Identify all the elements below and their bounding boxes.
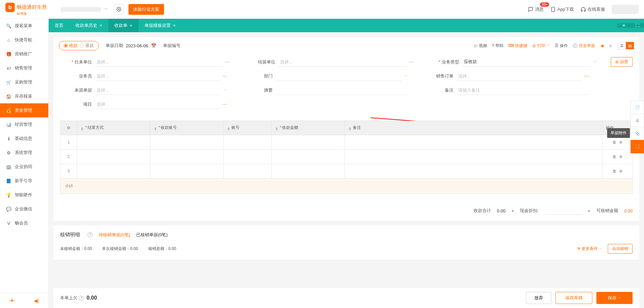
sidebar-item-gift[interactable]: 🎁营销推广 xyxy=(0,47,48,61)
tab-3[interactable]: 单据模板设置✕ xyxy=(139,19,182,32)
video-link[interactable]: ▷视频 xyxy=(475,43,487,49)
sidebar-item-wechat[interactable]: 💬企业微信 xyxy=(0,202,48,216)
sidebar-item-tag[interactable]: 🏷销售管理 xyxy=(0,61,48,75)
sidebar-item-sys[interactable]: ⚙系统管理 xyxy=(0,146,48,160)
tab-close-button[interactable]: ✕ xyxy=(617,23,631,28)
sidebar-item-house[interactable]: 🏠库存核算 xyxy=(0,89,48,103)
sidebar-item-vip[interactable]: V畅会员 xyxy=(0,216,48,230)
history-link[interactable]: 🕘历史单据 xyxy=(573,43,595,49)
add-row-button[interactable]: ⊕ xyxy=(619,169,623,173)
more-icon[interactable]: ⋯ xyxy=(222,73,227,79)
verifiable-label: 可核销金额 xyxy=(596,208,618,214)
messages-link[interactable]: 消息 xyxy=(528,6,544,12)
more-conditions-link[interactable]: ⧩ 更多条件 ﹀ xyxy=(577,246,602,252)
save-button[interactable]: 保存 ﹀ xyxy=(596,292,633,304)
chevron-down-icon[interactable]: ﹀ xyxy=(593,59,597,65)
sidebar-item-cart[interactable]: 🛒采购管理 xyxy=(0,75,48,89)
help-icon[interactable]: ? xyxy=(88,232,93,237)
project-input[interactable] xyxy=(95,100,220,109)
save-draft-button[interactable]: 保存草稿 xyxy=(555,292,592,304)
close-icon[interactable]: ✕ xyxy=(99,23,102,28)
float-expand-button[interactable]: ⛶ xyxy=(631,140,644,153)
sidebar-item-label: 智能硬件 xyxy=(15,192,32,198)
settle-unit-input[interactable] xyxy=(279,57,407,67)
col-settle[interactable]: ▲▼*结算方式 xyxy=(77,121,150,135)
summary-input[interactable] xyxy=(276,86,408,95)
sidebar-item-info[interactable]: ℹ基础信息 xyxy=(0,132,48,146)
view-detail-button[interactable]: ▤ xyxy=(626,42,634,49)
calendar-icon[interactable]: 📅 xyxy=(151,43,156,48)
partner-input[interactable] xyxy=(95,57,223,67)
float-note-button[interactable]: 📄 xyxy=(631,101,644,114)
float-attachment-button[interactable]: 📎 xyxy=(631,127,644,140)
col-gear[interactable]: ⚙ xyxy=(60,121,77,135)
tab-2[interactable]: 收款单✕ xyxy=(108,19,139,32)
remark-input[interactable] xyxy=(457,86,589,95)
sidebar-settings-button[interactable] xyxy=(0,293,24,308)
tab-0[interactable]: 首页 xyxy=(49,19,69,32)
add-row-button[interactable]: ⊕ xyxy=(619,140,623,145)
org-selector[interactable]: ﹀ xyxy=(61,6,108,12)
more-icon[interactable]: ⋯ xyxy=(409,59,414,65)
sidebar-item-search[interactable]: 🔍搜索菜单 xyxy=(0,19,48,33)
sidebar-item-report[interactable]: 📊经营管理 xyxy=(0,117,48,132)
sidebar-collapse-button[interactable]: ◀| xyxy=(24,293,48,308)
delete-row-button[interactable]: 🗑 xyxy=(612,140,616,145)
delete-row-button[interactable]: 🗑 xyxy=(612,169,616,173)
form-settings-button[interactable]: ⚙设置 xyxy=(611,57,633,67)
logo-subtitle: 标准版 xyxy=(17,11,54,16)
sidebar-item-wallet[interactable]: 💰资金管理 xyxy=(0,103,48,117)
tab-1[interactable]: 收款单历史✕ xyxy=(69,19,108,32)
col-account[interactable]: ▲▼*收款账号 xyxy=(150,121,223,135)
discard-button[interactable]: 放弃 xyxy=(526,292,551,304)
sidebar-item-guide[interactable]: 📘新手引导 xyxy=(0,174,48,188)
chevron-down-icon[interactable]: ﹀ xyxy=(404,73,408,79)
nav-prev-button[interactable]: ◀ xyxy=(600,43,604,48)
biztype-input[interactable] xyxy=(463,57,591,67)
support-link[interactable]: 在线客服 xyxy=(581,6,605,12)
user-avatar[interactable] xyxy=(612,5,639,14)
source-input[interactable] xyxy=(95,86,221,95)
table-row[interactable]: 1🗑⊕ xyxy=(60,135,633,150)
app-download-link[interactable]: App下载 xyxy=(550,6,574,12)
float-print-button[interactable]: 🖨 xyxy=(631,114,644,127)
view-list-button[interactable]: ☰ xyxy=(618,42,626,49)
col-remark[interactable]: ▲▼备注 xyxy=(345,121,602,135)
more-icon[interactable]: ⋯ xyxy=(584,73,589,79)
table-row[interactable]: 3🗑⊕ xyxy=(60,164,633,178)
sidebar-item-rocket[interactable]: ⌂快捷导航 xyxy=(0,33,48,47)
sidebar-item-hw[interactable]: 💡智能硬件 xyxy=(0,188,48,202)
table-row[interactable]: 2🗑⊕ xyxy=(60,150,633,164)
verif-tab-pending[interactable]: 待核销单据(0笔) xyxy=(99,232,130,238)
chevron-down-icon[interactable]: ﹀ xyxy=(223,88,227,93)
add-row-button[interactable]: ⊕ xyxy=(619,154,623,159)
discount-input[interactable] xyxy=(545,207,582,215)
order-input[interactable] xyxy=(457,71,582,81)
col-amount[interactable]: ▲▼*收款金额 xyxy=(272,121,345,135)
date-value[interactable]: 2023-06-06 xyxy=(126,43,148,48)
help-icon[interactable]: ? xyxy=(79,296,84,301)
close-icon[interactable]: ✕ xyxy=(129,23,132,28)
source-label: 来源单据 xyxy=(60,87,92,93)
close-icon[interactable]: ✕ xyxy=(173,23,176,28)
operate-link[interactable]: ☰操作 xyxy=(555,43,568,49)
verif-tab-done[interactable]: 已核销单据(0笔) xyxy=(136,232,168,238)
more-icon[interactable]: ⋯ xyxy=(222,102,227,107)
auto-verify-button[interactable]: 自动核销 xyxy=(608,244,633,254)
radio-receive[interactable]: 收款 xyxy=(64,43,78,49)
trial-plan-button[interactable]: 体验行业方案 xyxy=(128,4,164,15)
radio-refund[interactable]: 退款 xyxy=(80,43,94,49)
chevron-down-icon: ﹀ xyxy=(547,43,550,48)
sidebar-item-corp[interactable]: 🏢企业协同 xyxy=(0,160,48,174)
col-accountno[interactable]: ▲▼账号 xyxy=(223,121,272,135)
tab-fullscreen-button[interactable]: ⛶ xyxy=(631,23,644,28)
settings-gear-button[interactable] xyxy=(114,4,124,14)
help-link[interactable]: ?帮助 xyxy=(492,43,503,49)
shortcut-link[interactable]: ⌨快捷键 xyxy=(508,43,527,49)
nav-next-button[interactable]: ▶ xyxy=(609,43,613,48)
print-link[interactable]: 🖨打印﹀ xyxy=(532,43,550,49)
clerk-input[interactable] xyxy=(95,71,220,81)
dept-input[interactable] xyxy=(276,71,402,81)
delete-row-button[interactable]: 🗑 xyxy=(612,154,616,159)
more-icon[interactable]: ⋯ xyxy=(225,59,230,65)
